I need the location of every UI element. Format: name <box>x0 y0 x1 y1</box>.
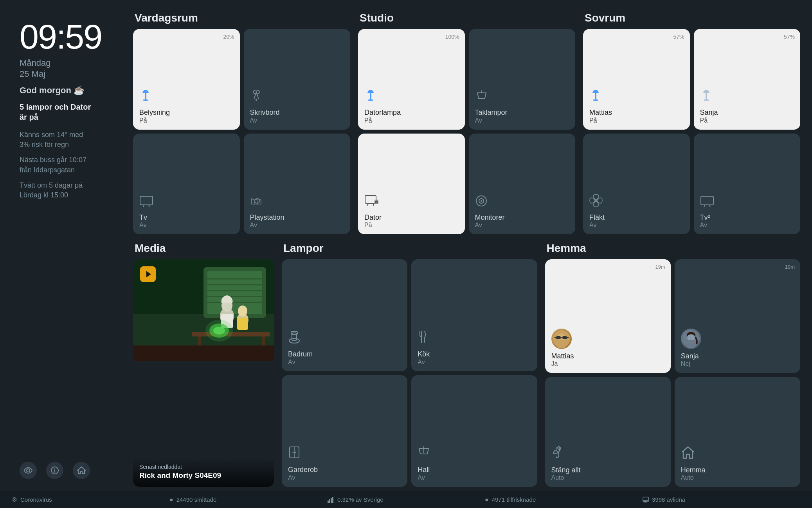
svg-rect-11 <box>368 99 373 101</box>
svg-point-60 <box>293 452 294 453</box>
mattias-person-name: Mattias <box>551 352 664 360</box>
mattias-person-status: Ja <box>551 360 664 367</box>
hemma-action-tile[interactable]: Hemma Auto <box>675 377 800 487</box>
monitorer-tile[interactable]: Monitorer Av <box>469 134 576 234</box>
badrum-tile[interactable]: Badrum Av <box>282 259 407 371</box>
sanja-time: 19m <box>785 264 795 270</box>
media-title: Media <box>133 242 274 255</box>
dator-tile[interactable]: Dator På <box>358 134 465 234</box>
kok-tile[interactable]: Kök Av <box>411 259 537 371</box>
bus-info: Nästa buss går 10:07från Iddarpsgatan <box>20 155 121 175</box>
svg-line-70 <box>567 337 569 338</box>
date: 25 Maj <box>20 69 121 79</box>
dot-icon: ● <box>169 496 173 503</box>
plex-icon[interactable] <box>140 266 156 282</box>
virus-icon: ⚙ <box>12 496 17 503</box>
svg-rect-3 <box>143 99 148 101</box>
bottom-row: Media <box>133 242 800 487</box>
mattias-avatar <box>551 329 572 349</box>
sanja-person-tile[interactable]: 19m <box>675 259 800 372</box>
svg-rect-23 <box>593 99 598 101</box>
stang-allt-name: Stäng allt <box>551 466 664 474</box>
rooms-row: Vardagsrum 20% Belysning På <box>133 12 800 234</box>
belysning-percentage: 20% <box>223 34 234 40</box>
studio-grid: 100% Datorlampa På <box>358 29 575 234</box>
taklampor-status: Av <box>475 117 569 124</box>
hemma-action-status: Auto <box>681 474 794 481</box>
mattias-percentage: 57% <box>673 34 684 40</box>
greeting: God morgon ☕ <box>20 85 121 96</box>
ceiling-icon <box>475 90 569 105</box>
svg-rect-10 <box>370 93 371 99</box>
garderob-tile[interactable]: Garderob Av <box>282 375 407 487</box>
svg-rect-13 <box>365 195 376 203</box>
playstation-tile[interactable]: Playstation Av <box>244 134 351 234</box>
laundry-info: Tvätt om 5 dagar påLördag kl 15:00 <box>20 181 121 200</box>
svg-point-0 <box>27 469 30 472</box>
stang-allt-status: Auto <box>551 474 664 481</box>
stang-allt-tile[interactable]: Stäng allt Auto <box>545 377 671 487</box>
datorlampa-tile[interactable]: 100% Datorlampa På <box>358 29 465 130</box>
belysning-name: Belysning <box>139 108 234 117</box>
cutlery-icon <box>418 330 531 347</box>
skrivbord-tile[interactable]: Skrivbord Av <box>244 29 351 130</box>
media-section: Media <box>133 242 274 487</box>
sanja-lamp-tile[interactable]: 57% Sanja På <box>694 29 801 130</box>
home-icon[interactable] <box>73 462 90 479</box>
day: Måndag <box>20 58 121 68</box>
monitorer-status: Av <box>475 222 569 229</box>
sanja-percentage: 57% <box>784 34 795 40</box>
svg-marker-53 <box>146 271 151 277</box>
info-icon[interactable] <box>46 462 63 479</box>
avlidna-item: 3998 avlidna <box>643 496 800 503</box>
taklampor-tile[interactable]: Taklampor Av <box>469 29 576 130</box>
svg-rect-67 <box>562 336 567 339</box>
vardagsrum-section: Vardagsrum 20% Belysning På <box>133 12 350 234</box>
lampor-section: Lampor Badrum Av <box>282 242 537 487</box>
datorlampa-icon <box>364 88 459 105</box>
hemma-title: Hemma <box>545 242 801 255</box>
tv2-tile[interactable]: Tv² Av <box>694 134 801 234</box>
mattias-lamp-tile[interactable]: 57% Mattias På <box>583 29 690 130</box>
playstation-status: Av <box>250 222 344 229</box>
tv-tile[interactable]: Tv Av <box>133 134 240 234</box>
coronavirus-item: ⚙ Coronavirus <box>12 496 169 503</box>
garderob-status: Av <box>288 474 401 481</box>
tv-name: Tv <box>139 213 234 222</box>
badrum-status: Av <box>288 359 401 366</box>
flakt-status: Av <box>589 222 684 229</box>
svg-point-61 <box>295 452 296 453</box>
sovrum-section: Sovrum 57% Mattias På <box>583 12 800 234</box>
svg-rect-52 <box>133 345 274 361</box>
flakt-tile[interactable]: Fläkt Av <box>583 134 690 234</box>
skrivbord-name: Skrivbord <box>250 108 344 117</box>
lampor-title: Lampor <box>282 242 537 255</box>
check-icon: ● <box>485 496 489 503</box>
belysning-status: På <box>139 117 234 124</box>
svg-rect-2 <box>145 93 146 99</box>
paint-roller-icon <box>418 445 531 463</box>
status-alert: 5 lampor och Datorär på <box>20 102 121 122</box>
mattias-lamp-name: Mattias <box>589 108 684 117</box>
svg-rect-34 <box>207 271 262 314</box>
media-card[interactable]: Senast nedladdat Rick and Morty S04E09 <box>133 259 274 487</box>
sovrum-title: Sovrum <box>583 12 800 24</box>
procent-label: 0.32% av Sverige <box>337 496 383 503</box>
playstation-icon <box>250 195 344 210</box>
studio-section: Studio 100% Datorlampa På <box>358 12 575 234</box>
eye-icon[interactable] <box>20 462 37 479</box>
coronavirus-label: Coronavirus <box>20 496 52 503</box>
tv2-status: Av <box>700 222 794 229</box>
belysning-tile[interactable]: 20% Belysning På <box>133 29 240 130</box>
procent-item: 0.32% av Sverige <box>327 496 485 503</box>
sanja-person-name: Sanja <box>681 352 794 360</box>
toilet-icon <box>288 330 401 347</box>
chart-icon <box>327 496 334 503</box>
skrivbord-status: Av <box>250 117 344 124</box>
datorlampa-percentage: 100% <box>445 34 459 40</box>
media-show-title: Rick and Morty S04E09 <box>139 471 268 480</box>
hall-tile[interactable]: Hall Av <box>411 375 537 487</box>
mattias-person-tile[interactable]: 19m <box>545 259 671 372</box>
svg-rect-45 <box>237 318 248 330</box>
sanja-person-status: Nej <box>681 360 794 367</box>
